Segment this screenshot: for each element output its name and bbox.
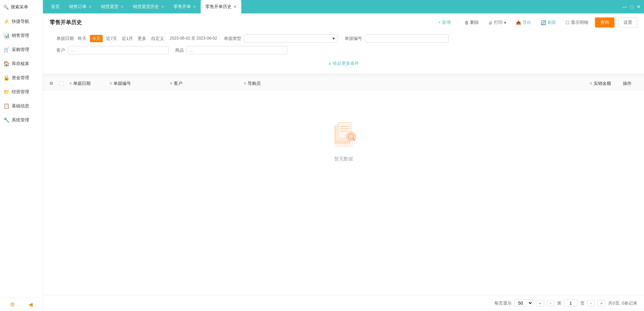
tab-retail-open-close[interactable]: ✕ bbox=[193, 5, 196, 9]
window-close-icon[interactable]: ✕ bbox=[637, 4, 641, 9]
date-shortcuts: 昨天 今天 近7天 近1月 更多 自定义 bbox=[77, 35, 165, 42]
today-shortcut[interactable]: 今天 bbox=[90, 35, 103, 42]
filter-area: 单据日期 昨天 今天 近7天 近1月 更多 自定义 2023-06-02 至 2… bbox=[50, 31, 637, 74]
checkbox-all[interactable] bbox=[59, 81, 64, 86]
main-content: 首页 销售订单 ✕ 销货退货 ✕ 销货退货历史 ✕ 零售开单 ✕ 零售开单历史 … bbox=[43, 0, 644, 311]
goods-label: 商品 bbox=[175, 47, 184, 53]
next-page-btn[interactable]: › bbox=[587, 300, 595, 307]
per-page-label: 每页显示 bbox=[494, 300, 512, 306]
tab-sales-order[interactable]: 销售订单 ✕ bbox=[64, 0, 96, 13]
export-button[interactable]: 📤 导出 bbox=[513, 18, 534, 27]
display-detail-button[interactable]: ☐ 显示明细 bbox=[563, 18, 591, 27]
goods-input[interactable]: ... bbox=[187, 46, 287, 54]
svg-point-0 bbox=[334, 144, 354, 148]
first-page-btn[interactable]: « bbox=[536, 300, 544, 307]
sidebar-item-purchase-mgmt[interactable]: 🛒 采购管理 bbox=[0, 43, 43, 57]
tab-sales-return-history-close[interactable]: ✕ bbox=[161, 5, 164, 9]
sales-mgmt-icon: 📊 bbox=[3, 33, 10, 39]
more-shortcut[interactable]: 更多 bbox=[136, 35, 148, 42]
settings-icon[interactable]: ⚙ bbox=[10, 301, 15, 308]
query-button[interactable]: 查询 bbox=[595, 17, 614, 28]
date-filter-label: 单据日期 bbox=[56, 36, 74, 42]
th-customer-label: 客户 bbox=[174, 81, 183, 87]
display-label: 显示明细 bbox=[571, 19, 588, 25]
custom-shortcut[interactable]: 自定义 bbox=[150, 35, 165, 42]
th-sort-num-icon[interactable]: ⇅ bbox=[109, 82, 112, 85]
window-controls: — □ ✕ bbox=[623, 4, 641, 9]
page-header: 零售开单历史 + 新增 🗑 删除 🖨 打印 ▾ bbox=[43, 13, 644, 74]
sidebar-item-finance[interactable]: 🔒 资金管理 bbox=[0, 71, 43, 85]
new-button[interactable]: + 新增 bbox=[436, 18, 453, 27]
maximize-icon[interactable]: □ bbox=[631, 4, 633, 9]
yesterday-shortcut[interactable]: 昨天 bbox=[77, 35, 88, 42]
collapse-button[interactable]: ∧ 收起更多条件 bbox=[326, 59, 362, 68]
tab-retail-open-history-close[interactable]: ✕ bbox=[234, 5, 237, 9]
sidebar-item-quick-nav[interactable]: ⚡ 快捷导航 bbox=[0, 14, 43, 29]
sidebar-item-operation[interactable]: 📁 经营管理 bbox=[0, 85, 43, 99]
page-label-suffix: 页 bbox=[580, 300, 585, 306]
th-sort-customer-icon[interactable]: ⇅ bbox=[170, 82, 172, 85]
table-header: ⚙ ⇅ 单据日期 ⇅ 单据编号 ⇅ 客户 ⇅ 导购员 bbox=[43, 77, 644, 90]
page-label-prefix: 第 bbox=[557, 300, 561, 306]
date-range-display: 2023-06-02 至 2023-06-02 bbox=[169, 36, 217, 41]
sidebar-search[interactable]: 🔍 搜索采单 bbox=[0, 0, 43, 14]
page-title: 零售开单历史 bbox=[50, 19, 82, 26]
sidebar: 🔍 搜索采单 ⚡ 快捷导航 📊 销售管理 🛒 采购管理 🏠 库存核算 🔒 资金管… bbox=[0, 0, 43, 311]
print-button[interactable]: 🖨 打印 ▾ bbox=[486, 18, 509, 27]
delete-button[interactable]: 🗑 删除 bbox=[462, 18, 482, 27]
last-page-btn[interactable]: » bbox=[597, 300, 606, 307]
bill-num-filter-group: 单据编号 bbox=[345, 34, 449, 43]
sidebar-item-label: 经营管理 bbox=[12, 89, 29, 95]
bill-type-filter-group: 单据类型 ▾ bbox=[224, 34, 338, 43]
th-sort-amount-icon[interactable]: ⇅ bbox=[590, 82, 592, 85]
last7-shortcut[interactable]: 近7天 bbox=[105, 35, 118, 42]
print-label: 打印 bbox=[494, 19, 503, 25]
tab-home[interactable]: 首页 bbox=[46, 0, 64, 13]
th-num: ⇅ 单据编号 bbox=[107, 81, 167, 87]
tab-retail-open[interactable]: 零售开单 ✕ bbox=[169, 0, 201, 13]
prev-page-btn[interactable]: ‹ bbox=[547, 300, 554, 307]
column-settings-icon[interactable]: ⚙ bbox=[46, 81, 56, 86]
tab-sales-return-history[interactable]: 销货退货历史 ✕ bbox=[128, 0, 169, 13]
bill-type-select[interactable]: ▾ bbox=[244, 34, 338, 43]
checkbox-display-icon: ☐ bbox=[565, 20, 569, 25]
goods-filter-group: 商品 ... bbox=[175, 46, 287, 54]
table-container: ⚙ ⇅ 单据日期 ⇅ 单据编号 ⇅ 客户 ⇅ 导购员 bbox=[43, 77, 644, 295]
sidebar-item-sys-mgmt[interactable]: 🔧 系统管理 bbox=[0, 113, 43, 127]
refresh-button[interactable]: 🔄 刷新 bbox=[538, 18, 559, 27]
operation-icon: 📁 bbox=[3, 89, 10, 95]
bill-num-input[interactable] bbox=[365, 34, 449, 43]
last-month-shortcut[interactable]: 近1月 bbox=[120, 35, 134, 42]
tab-sales-return-close[interactable]: ✕ bbox=[120, 5, 123, 9]
empty-state: 暂无数据 bbox=[43, 90, 644, 189]
minimize-icon[interactable]: — bbox=[623, 4, 627, 9]
sidebar-search-label: 搜索采单 bbox=[11, 4, 28, 10]
page-title-bar: 零售开单历史 + 新增 🗑 删除 🖨 打印 ▾ bbox=[50, 17, 637, 28]
per-page-select[interactable]: 50 100 200 bbox=[514, 299, 533, 307]
settings-button[interactable]: 设置 bbox=[618, 17, 637, 28]
tab-retail-open-history[interactable]: 零售开单历史 ✕ bbox=[201, 0, 241, 13]
th-sort-date-icon[interactable]: ⇅ bbox=[69, 82, 72, 85]
page-number-input[interactable] bbox=[564, 300, 578, 307]
collapse-sidebar-icon[interactable]: ◀ bbox=[29, 301, 33, 308]
tab-sales-return-label: 销货退货 bbox=[101, 4, 118, 10]
delete-label: 删除 bbox=[470, 19, 479, 25]
sidebar-item-sales-mgmt[interactable]: 📊 销售管理 bbox=[0, 29, 43, 43]
th-date: ⇅ 单据日期 bbox=[66, 81, 107, 87]
divider1 bbox=[457, 20, 458, 25]
customer-input[interactable]: ... bbox=[68, 46, 168, 54]
th-sort-guide-icon[interactable]: ⇅ bbox=[244, 82, 246, 85]
refresh-label: 刷新 bbox=[547, 19, 556, 25]
tab-sales-order-close[interactable]: ✕ bbox=[89, 5, 92, 9]
select-all-checkbox[interactable] bbox=[56, 81, 66, 86]
export-label: 导出 bbox=[523, 19, 531, 25]
page-content: 零售开单历史 + 新增 🗑 删除 🖨 打印 ▾ bbox=[43, 13, 644, 311]
sidebar-item-label: 系统管理 bbox=[12, 117, 29, 123]
tab-sales-order-label: 销售订单 bbox=[69, 4, 87, 10]
sidebar-item-label: 基础信息 bbox=[12, 103, 29, 109]
sidebar-item-label: 快捷导航 bbox=[12, 18, 29, 24]
customer-label: 客户 bbox=[56, 47, 65, 53]
sidebar-item-basic-info[interactable]: 📋 基础信息 bbox=[0, 99, 43, 113]
sidebar-item-inventory[interactable]: 🏠 库存核算 bbox=[0, 57, 43, 71]
tab-sales-return[interactable]: 销货退货 ✕ bbox=[96, 0, 128, 13]
